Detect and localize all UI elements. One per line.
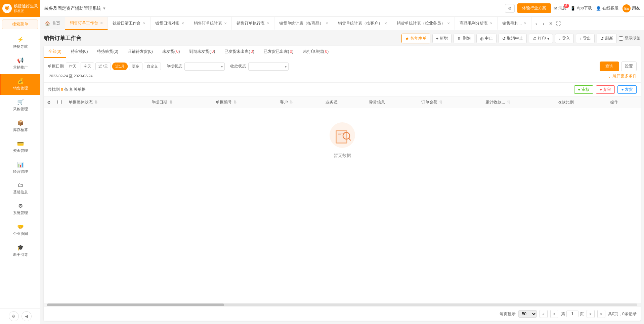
tab-close-all-button[interactable]: ✕ — [548, 20, 554, 27]
sidebar-item-marketing[interactable]: 📢 营销推广 — [0, 53, 40, 74]
approve-button[interactable]: ● 审核 — [574, 85, 593, 94]
tab-next-button[interactable]: › — [540, 20, 547, 27]
tab-close-stats-product[interactable]: ✕ — [326, 22, 328, 25]
status-select[interactable] — [184, 63, 225, 71]
sidebar-item-sales[interactable]: 💰 销售管理 — [0, 74, 40, 95]
scrollbar-thumb[interactable] — [47, 303, 224, 306]
th-checkbox[interactable] — [54, 97, 65, 108]
th-customer[interactable]: 客户 ⇅ — [276, 97, 322, 108]
next-page-button[interactable]: > — [587, 310, 595, 318]
filter-tab-wangpu[interactable]: 旺铺待发货(0) — [123, 46, 158, 58]
th-status[interactable]: 单据整体状态 ⇅ — [65, 97, 148, 108]
tab-cash-daily[interactable]: 钱货日清工作台 ✕ — [108, 17, 151, 30]
sidebar-item-inventory[interactable]: 📦 库存核算 — [0, 116, 40, 136]
smart-generate-button[interactable]: ★ 智能生单 — [401, 34, 430, 43]
tab-close-cash-daily[interactable]: ✕ — [143, 22, 145, 25]
user-menu[interactable]: Ea 用友 — [622, 4, 640, 12]
page-number-input[interactable] — [566, 311, 578, 317]
sidebar-item-basic[interactable]: 🗂 基础信息 — [0, 178, 40, 199]
tab-sales-stats-staff[interactable]: 销货单统计表（按业务员） ✕ — [392, 17, 455, 30]
app-download-action[interactable]: 📱 App下载 — [570, 5, 592, 11]
tab-close-product-margin[interactable]: ✕ — [490, 22, 492, 25]
prev-page-button[interactable]: < — [550, 310, 558, 318]
search-menu-button[interactable]: 搜索菜单 — [2, 19, 38, 29]
settings-icon[interactable]: ⚙ — [505, 4, 515, 13]
tab-home[interactable]: 🏠 首页 — [40, 17, 65, 30]
delete-button[interactable]: 🗑 删除 — [454, 34, 474, 43]
tab-close-sales-exec[interactable]: ✕ — [267, 22, 269, 25]
date-btn-more[interactable]: 更多 — [129, 63, 142, 70]
date-btn-7days[interactable]: 近7天 — [95, 63, 111, 70]
first-page-button[interactable]: « — [540, 310, 548, 318]
date-btn-1month[interactable]: 近1月 — [112, 63, 128, 70]
filter-tab-all[interactable]: 全部(0) — [44, 46, 66, 58]
query-button[interactable]: 查询 — [600, 62, 619, 71]
date-btn-custom[interactable]: 自定义 — [144, 63, 161, 70]
tab-sales-gross[interactable]: 销售毛利... ✕ — [498, 17, 531, 30]
filter-tab-pending-check[interactable]: 待拣验货(0) — [92, 46, 123, 58]
sidebar-item-purchase[interactable]: 🛒 采购管理 — [0, 95, 40, 116]
tab-close-sales-gross[interactable]: ✕ — [524, 22, 526, 25]
collapse-button[interactable]: ◀ — [22, 311, 32, 321]
date-btn-yesterday[interactable]: 昨天 — [66, 63, 79, 70]
import-button[interactable]: ↓ 导入 — [555, 34, 574, 43]
tab-close-cash-reconcile[interactable]: ✕ — [181, 22, 184, 25]
sidebar-item-enterprise[interactable]: 🤝 企业协同 — [0, 219, 40, 240]
tab-product-margin[interactable]: 商品毛利分析表 ✕ — [455, 17, 498, 30]
tab-prev-button[interactable]: ‹ — [533, 20, 540, 27]
select-all-checkbox[interactable] — [57, 100, 62, 104]
reject-button[interactable]: ● 弃审 — [596, 85, 615, 94]
sidebar-item-business[interactable]: 📊 经营管理 — [0, 157, 40, 178]
th-number[interactable]: 单据编号 ⇅ — [212, 97, 276, 108]
tab-close-stats-staff[interactable]: ✕ — [447, 22, 450, 25]
messages-action[interactable]: ✉ 消息 6 — [554, 5, 566, 11]
filter-tab-shipped-out[interactable]: 已发货已出库(0) — [259, 46, 298, 58]
th-settings[interactable]: ⚙ — [44, 97, 54, 108]
settings-filter-button[interactable]: 设置 — [621, 62, 637, 71]
tab-sales-stats-customer[interactable]: 销货单统计表（按客户） ✕ — [333, 17, 392, 30]
sidebar-logo[interactable]: 畅 畅捷通好生意 标准版 — [0, 0, 40, 17]
settings-button[interactable]: ⚙ — [9, 311, 19, 321]
date-btn-today[interactable]: 今天 — [81, 63, 94, 70]
sidebar-item-quick-nav[interactable]: ⚡ 快捷导航 — [0, 32, 40, 53]
tab-sales-workbench[interactable]: 销售订单工作台 ✕ — [65, 17, 108, 30]
sidebar-item-guide[interactable]: 🎓 新手引导 — [0, 240, 40, 261]
th-abnormal[interactable]: 异常信息 — [366, 97, 418, 108]
page-size-select[interactable]: 50 20 100 — [518, 310, 537, 318]
industry-btn[interactable]: 体验行业方案 — [517, 3, 551, 13]
th-date[interactable]: 单据日期 ⇅ — [148, 97, 212, 108]
payment-select[interactable] — [248, 63, 289, 71]
tab-sales-stats[interactable]: 销售订单统计表 ✕ — [189, 17, 232, 30]
last-page-button[interactable]: » — [597, 310, 605, 318]
tab-sales-exec[interactable]: 销售订单执行表 ✕ — [232, 17, 274, 30]
show-detail-checkbox[interactable] — [619, 36, 623, 41]
th-ratio[interactable]: 收款比例 — [554, 97, 607, 108]
add-button[interactable]: + 新增 — [432, 34, 452, 43]
filter-tab-not-shipped[interactable]: 未发货(0) — [158, 46, 185, 58]
show-detail-label[interactable]: 显示明细 — [619, 36, 641, 41]
export-button[interactable]: ↑ 导出 — [576, 34, 595, 43]
title-dropdown-icon[interactable]: ▾ — [103, 6, 105, 11]
th-amount[interactable]: 订单金额 ⇅ — [418, 97, 482, 108]
th-collected[interactable]: 累计收款... ⇅ — [482, 97, 554, 108]
tab-sales-stats-product[interactable]: 销货单统计表（按商品） ✕ — [274, 17, 333, 30]
unpause-button[interactable]: ↺ 取消中止 — [499, 34, 527, 43]
online-service-action[interactable]: 👤 在线客服 — [596, 5, 618, 11]
pause-button[interactable]: ◎ 中止 — [476, 34, 497, 43]
filter-tab-shipped-not-in[interactable]: 已发货未出库(0) — [220, 46, 259, 58]
filter-tab-pending-review[interactable]: 待审核(0) — [66, 46, 93, 58]
tab-cash-reconcile[interactable]: 钱货日清对账 ✕ — [151, 17, 189, 30]
tab-fullscreen-button[interactable]: ⛶ — [555, 20, 562, 27]
table-scroll-area[interactable]: ⚙ 单据整体状态 ⇅ 单据日期 ⇅ 单据编号 — [44, 97, 641, 303]
tab-close-sales-stats[interactable]: ✕ — [224, 22, 227, 25]
horizontal-scrollbar[interactable] — [44, 303, 641, 307]
th-staff[interactable]: 业务员 — [322, 97, 366, 108]
sidebar-item-system[interactable]: ⚙ 系统管理 — [0, 199, 40, 219]
sidebar-item-capital[interactable]: 💳 资金管理 — [0, 136, 40, 157]
refresh-button[interactable]: ↺ 刷新 — [597, 34, 617, 43]
tab-close-stats-customer[interactable]: ✕ — [384, 22, 387, 25]
tab-close-sales-workbench[interactable]: ✕ — [100, 21, 103, 25]
ship-button[interactable]: ● 发货 — [617, 85, 637, 94]
filter-tab-expired[interactable]: 到期未发货(0) — [184, 46, 220, 58]
filter-tab-not-printed[interactable]: 未打印单据(0) — [298, 46, 334, 58]
